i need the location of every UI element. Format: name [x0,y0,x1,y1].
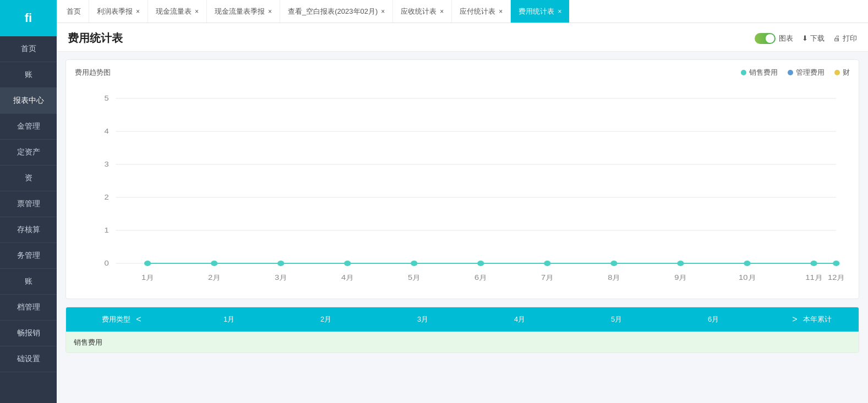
close-tab-expense-stats[interactable]: × [558,8,561,15]
col-jun: 6月 [665,314,762,324]
sidebar-logo: fi [0,0,57,36]
sidebar-item-cash[interactable]: 金管理 [0,114,57,140]
sidebar-item-expense[interactable]: 畅报销 [0,321,57,346]
tab-expense-stats[interactable]: 费用统计表 × [511,0,570,23]
next-arrow[interactable]: > [789,314,800,324]
tab-payable[interactable]: 应付统计表 × [452,0,511,23]
tab-profit-quarterly[interactable]: 利润表季报 × [89,0,148,23]
legend-dot-sales [741,70,746,75]
close-tab-profit-quarterly[interactable]: × [136,8,140,15]
chart-toggle-wrap[interactable]: 图表 [755,33,793,44]
sidebar-item-resource[interactable]: 资 [0,165,57,191]
col-mar: 3月 [374,314,471,324]
chart-point [833,261,839,266]
svg-text:5月: 5月 [408,274,421,281]
sidebar-item-service[interactable]: 务管理 [0,243,57,269]
chart-svg-area: 5 4 3 2 1 0 [75,82,850,293]
col-type: 费用类型 < [66,314,181,324]
chart-toggle[interactable] [755,33,776,44]
svg-text:9月: 9月 [674,274,687,281]
sidebar-item-archive[interactable]: 档管理 [0,295,57,321]
legend-dot-admin [788,70,793,75]
svg-text:0: 0 [105,260,109,267]
close-tab-cashflow[interactable]: × [195,8,199,15]
legend-admin: 管理费用 [788,68,825,78]
chart-point [677,261,684,266]
svg-text:3月: 3月 [275,274,287,281]
svg-text:11月: 11月 [805,274,822,281]
table-header-row: 费用类型 < 1月 2月 3月 4月 5月 6月 > 本年累计 [66,307,859,332]
svg-text:2月: 2月 [208,274,221,281]
svg-text:1: 1 [105,227,109,234]
svg-text:12月: 12月 [828,274,845,281]
download-icon: ⬇ [802,34,808,42]
chart-point [211,261,217,266]
svg-text:10月: 10月 [739,274,756,281]
sidebar-item-account[interactable]: 账 [0,62,57,88]
col-may: 5月 [568,314,665,324]
legend-sales: 销售费用 [741,68,778,78]
header-actions: 图表 ⬇ 下载 🖨 打印 [755,33,857,44]
svg-text:8月: 8月 [608,274,620,281]
svg-text:7月: 7月 [541,274,554,281]
col-ytd: > 本年累计 [762,314,859,324]
legend-label-finance: 财 [843,68,850,78]
chart-point [277,261,284,266]
legend-label-admin: 管理费用 [796,68,825,78]
table-row: 销售费用 [66,332,859,352]
svg-text:3: 3 [105,161,109,168]
chart-header: 费用趋势图 销售费用 管理费用 财 [75,68,850,78]
legend-dot-finance [834,70,840,75]
tab-cashflow-quarterly[interactable]: 现金流量表季报 × [207,0,280,23]
sidebar-item-settings[interactable]: 础设置 [0,346,57,372]
tab-home[interactable]: 首页 [59,0,89,23]
chart-point [610,261,617,266]
chart-section: 费用趋势图 销售费用 管理费用 财 [65,59,859,299]
close-tab-cashflow-quarterly[interactable]: × [268,8,272,15]
chart-toggle-label: 图表 [779,34,793,43]
col-apr: 4月 [471,314,568,324]
print-icon: 🖨 [833,34,840,42]
sidebar-item-ledger[interactable]: 账 [0,269,57,295]
chart-title: 费用趋势图 [75,68,111,78]
chart-point [411,261,417,266]
svg-text:5: 5 [105,95,109,102]
chart-svg: 5 4 3 2 1 0 [75,82,850,291]
close-tab-payable[interactable]: × [499,8,503,15]
sidebar-item-inventory[interactable]: 存核算 [0,217,57,243]
sidebar: fi 首页 账 报表中心 金管理 定资产 资 票管理 存核算 务管理 账 档管理… [0,0,57,403]
chart-point [344,261,351,266]
chart-point [544,261,550,266]
row-type-sales: 销售费用 [66,338,183,347]
page-header: 费用统计表 图表 ⬇ 下载 🖨 打印 [57,23,868,52]
col-feb: 2月 [277,314,374,324]
download-button[interactable]: ⬇ 下载 [802,34,825,43]
chart-legend: 销售费用 管理费用 财 [741,68,850,78]
close-tab-blank-report[interactable]: × [381,8,385,15]
chart-point [744,261,750,266]
prev-arrow[interactable]: < [133,314,144,324]
chart-point [144,261,151,266]
chart-point [477,261,484,266]
expense-table: 费用类型 < 1月 2月 3月 4月 5月 6月 > 本年累计 销售费用 [65,307,859,353]
main-area: 首页 利润表季报 × 现金流量表 × 现金流量表季报 × 查看_空白报表(202… [57,0,868,403]
svg-text:4: 4 [105,128,110,135]
sidebar-item-assets[interactable]: 定资产 [0,140,57,165]
close-tab-receivable[interactable]: × [440,8,444,15]
svg-text:2: 2 [105,194,109,201]
sidebar-item-home[interactable]: 首页 [0,36,57,62]
chart-point [810,261,817,266]
print-button[interactable]: 🖨 打印 [833,34,857,43]
svg-text:4月: 4月 [341,274,354,281]
page-title: 费用统计表 [68,31,123,46]
page-content: 费用统计表 图表 ⬇ 下载 🖨 打印 费用趋势图 [57,23,868,403]
sidebar-item-reports[interactable]: 报表中心 [0,88,57,114]
tab-receivable[interactable]: 应收统计表 × [393,0,452,23]
tabs-bar: 首页 利润表季报 × 现金流量表 × 现金流量表季报 × 查看_空白报表(202… [57,0,868,23]
sidebar-item-invoice[interactable]: 票管理 [0,191,57,217]
svg-text:6月: 6月 [474,274,487,281]
legend-finance: 财 [834,68,850,78]
tab-cashflow[interactable]: 现金流量表 × [148,0,207,23]
svg-text:1月: 1月 [141,274,154,281]
tab-blank-report[interactable]: 查看_空白报表(2023年02月) × [280,0,393,23]
